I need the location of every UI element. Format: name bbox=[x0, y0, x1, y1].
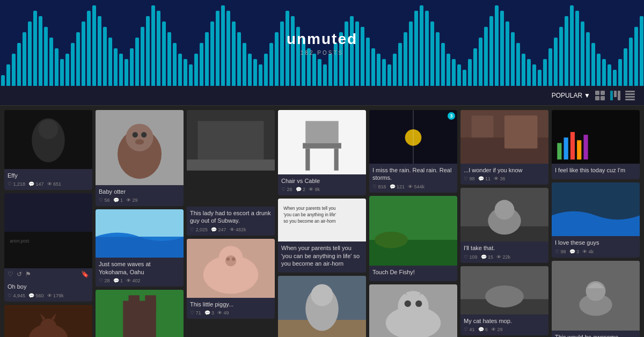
list-item[interactable]: Touch De Fishy! bbox=[369, 196, 457, 281]
svg-rect-7 bbox=[625, 91, 635, 92]
views-stat: 👁 29 bbox=[126, 197, 138, 203]
svg-point-25 bbox=[133, 132, 138, 137]
svg-rect-1 bbox=[601, 91, 605, 95]
card-body: I love these guys ♡ 98 💬 3 👁 4k bbox=[552, 236, 640, 257]
repost-icon[interactable]: ↺ bbox=[17, 270, 22, 278]
card-title: ...I wonder if you know bbox=[464, 166, 545, 174]
card-stats: ♡ 4,945 💬 560 👁 179k bbox=[8, 293, 89, 298]
likes-stat: ♡ 28 bbox=[99, 278, 110, 283]
svg-rect-28 bbox=[96, 209, 184, 237]
card-thumbnail bbox=[187, 239, 275, 298]
card-title: My cat hates mop. bbox=[464, 317, 545, 325]
card-stats: ♡ 41 💬 6 👁 29 bbox=[464, 327, 545, 332]
views-stat: 👁 29 bbox=[491, 327, 503, 332]
views-stat: 👁 544k bbox=[408, 184, 425, 189]
svg-point-80 bbox=[485, 285, 524, 307]
card-stats: ♡ 56 💬 1 👁 29 bbox=[99, 197, 180, 203]
svg-rect-10 bbox=[625, 99, 635, 100]
card-body: My cat hates mop. ♡ 41 💬 6 👁 29 bbox=[460, 314, 548, 335]
comments-stat: 💬 1 bbox=[113, 197, 123, 203]
card-body: Oh boy ♡ 4,945 💬 560 👁 179k bbox=[4, 280, 92, 301]
card-stats: ♡ 98 💬 3 👁 4k bbox=[555, 249, 636, 254]
list-item[interactable]: 3 I miss the rain. Real rain. Real storm… bbox=[369, 110, 457, 193]
card-body: When your parents tell you 'you can be a… bbox=[278, 241, 366, 273]
list-view-icon[interactable] bbox=[625, 90, 635, 101]
views-stat: 👁 402 bbox=[126, 278, 141, 283]
card-stats: ♡ 71 💬 3 👁 49 bbox=[190, 310, 272, 316]
card-body: This would be awesome ♡ 1,247 💬 16 👁 214 bbox=[552, 331, 640, 337]
card-body: Touch De Fishy! bbox=[369, 266, 457, 281]
flag-icon[interactable]: ⚑ bbox=[25, 270, 31, 278]
card-thumbnail bbox=[4, 305, 92, 337]
likes-stat: ♡ 98 bbox=[464, 176, 475, 181]
card-thumbnail bbox=[552, 261, 640, 331]
card-body: This little piggy... ♡ 71 💬 3 👁 49 bbox=[187, 298, 275, 319]
card-title: Touch De Fishy! bbox=[372, 268, 454, 276]
toolbar: POPULAR ▼ bbox=[0, 86, 644, 106]
list-item[interactable]: Just some waves at Yokohama, Oahu ♡ 28 💬… bbox=[96, 209, 184, 287]
grid-view-icon[interactable] bbox=[595, 90, 605, 101]
post-count: 182 POSTS bbox=[287, 50, 357, 56]
list-item[interactable]: This lady had to escort a drunk guy out … bbox=[187, 110, 275, 236]
card-stats: ♡ 1,218 💬 147 👁 651 bbox=[8, 181, 89, 187]
card-title: I love these guys bbox=[555, 239, 636, 246]
list-item[interactable]: Sock's cutest yawn ♡ 28 💬 3 👁 946 bbox=[4, 305, 92, 337]
comments-stat: 💬 3 bbox=[569, 249, 580, 254]
likes-stat: ♡ 98 bbox=[555, 249, 566, 254]
card-thumbnail bbox=[4, 110, 92, 169]
list-item[interactable]: I love these guys ♡ 98 💬 3 👁 4k bbox=[552, 182, 640, 257]
list-item[interactable]: anon.post ♡ ↺ ⚑ 🔖 Oh boy ♡ 4,945 💬 560 👁… bbox=[4, 193, 92, 301]
card-title: Just some waves at Yokohama, Oahu bbox=[99, 260, 180, 276]
card-thumbnail bbox=[278, 110, 366, 174]
card-body: Effy ♡ 1,218 💬 147 👁 651 bbox=[4, 169, 92, 190]
svg-point-68 bbox=[405, 301, 411, 307]
comments-stat: 💬 11 bbox=[478, 176, 491, 181]
card-body: Just some waves at Yokohama, Oahu ♡ 28 💬… bbox=[96, 258, 184, 287]
svg-rect-35 bbox=[187, 165, 275, 207]
svg-rect-85 bbox=[577, 140, 581, 159]
card-body: I'll take that. ♡ 109 💬 15 👁 22k bbox=[460, 241, 548, 262]
svg-point-41 bbox=[225, 255, 237, 266]
list-item[interactable]: Chair vs Cable ♡ 26 💬 2 👁 9k bbox=[278, 110, 366, 195]
card-body: I miss the rain. Real rain. Real storms.… bbox=[369, 164, 457, 193]
like-icon[interactable]: ♡ bbox=[8, 270, 13, 278]
svg-rect-83 bbox=[564, 137, 568, 159]
list-item[interactable]: This little piggy... ♡ 71 💬 3 👁 49 bbox=[187, 239, 275, 319]
card-title: Effy bbox=[8, 172, 89, 179]
card-thumbnail bbox=[460, 110, 548, 164]
list-item[interactable]: Effy ♡ 1,218 💬 147 👁 651 bbox=[4, 110, 92, 190]
card-body: ...I wonder if you know ♡ 98 💬 11 👁 36 bbox=[460, 164, 548, 185]
sort-popular[interactable]: POPULAR ▼ bbox=[552, 92, 590, 99]
card-thumbnail bbox=[187, 110, 275, 207]
card-thumbnail bbox=[552, 110, 640, 164]
masonry-view-icon[interactable] bbox=[610, 90, 620, 101]
card-body: Chair vs Cable ♡ 26 💬 2 👁 9k bbox=[278, 174, 366, 195]
list-item[interactable]: I feel like this today cuz I'm bbox=[552, 110, 640, 179]
list-item[interactable]: I'll take that. ♡ 109 💬 15 👁 22k bbox=[460, 188, 548, 262]
svg-point-24 bbox=[126, 124, 153, 151]
card-actions: ♡ ↺ ⚑ 🔖 bbox=[4, 268, 92, 280]
card-stats: ♡ 28 💬 1 👁 402 bbox=[99, 278, 180, 283]
likes-stat: ♡ 1,218 bbox=[8, 181, 25, 187]
card-body: I feel like this today cuz I'm bbox=[552, 164, 640, 179]
card-title: Oh boy bbox=[8, 283, 89, 290]
list-item[interactable]: This would be awesome ♡ 1,247 💬 16 👁 214 bbox=[552, 261, 640, 337]
list-item[interactable]: ...I wonder if you know ♡ 98 💬 11 👁 36 bbox=[460, 110, 548, 185]
post-grid: Effy ♡ 1,218 💬 147 👁 651 anon.post ♡ ↺ ⚑… bbox=[0, 106, 644, 337]
header: unmuted 182 POSTS bbox=[0, 0, 644, 86]
list-item[interactable]: When my wife asks if I smoked again ♡ 2,… bbox=[96, 290, 184, 337]
list-item[interactable]: Baby otter ♡ 56 💬 1 👁 29 bbox=[96, 110, 184, 206]
comments-stat: 💬 3 bbox=[204, 310, 215, 316]
list-item[interactable]: 10/10 would give a treat. ♡ 585 💬 15 👁 5… bbox=[369, 284, 457, 337]
list-item[interactable]: My cat hates mop. ♡ 41 💬 6 👁 29 bbox=[460, 266, 548, 335]
card-title: This little piggy... bbox=[190, 301, 272, 308]
svg-rect-73 bbox=[504, 115, 538, 149]
card-title: This lady had to escort a drunk guy out … bbox=[190, 209, 272, 225]
views-stat: 👁 651 bbox=[47, 181, 62, 187]
bookmark-icon[interactable]: 🔖 bbox=[81, 270, 89, 278]
svg-rect-4 bbox=[610, 91, 613, 100]
list-item[interactable]: When your parents tell you'you can be an… bbox=[278, 199, 366, 273]
list-item[interactable]: Airhorn kitty ♡ 20 💬 6 👁 402 bbox=[278, 276, 366, 337]
svg-rect-86 bbox=[583, 135, 588, 159]
svg-rect-72 bbox=[472, 115, 494, 137]
